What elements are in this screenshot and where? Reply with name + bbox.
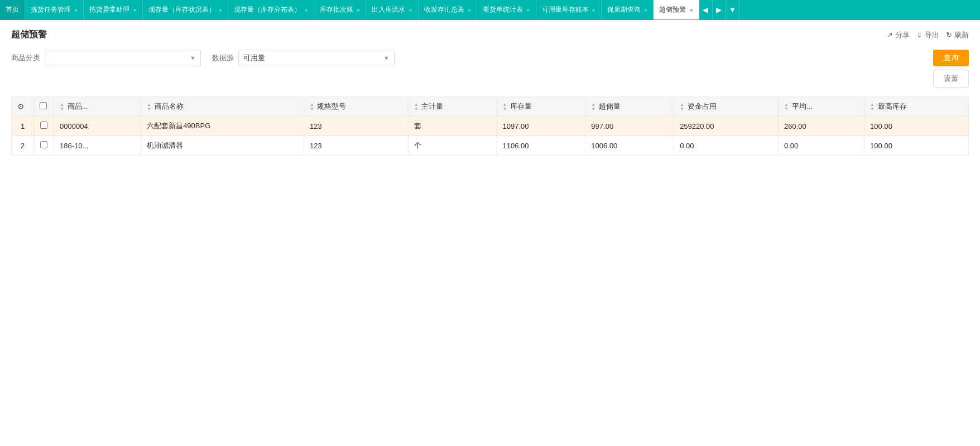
product-name: 六配套新昌490BPG (141, 117, 304, 136)
select-all-checkbox[interactable] (40, 102, 47, 109)
unit: 套 (408, 117, 497, 136)
nav-more-arrow[interactable]: ▼ (726, 0, 739, 20)
nav-tab-shelf-life[interactable]: 保质期查询 × (602, 0, 654, 20)
table-row: 2 186-10... 机油滤清器 123 个 1106.00 1006.00 … (12, 136, 969, 156)
spec: 123 (304, 136, 408, 156)
table-row: 1 0000004 六配套新昌490BPG 123 套 1097.00 997.… (12, 117, 969, 136)
data-table: ⚙ ▲▼ 商品... ▲▼ 商品名称 ▲▼ 规格型号 ▲▼ (11, 96, 969, 156)
col-avg[interactable]: ▲▼ 平均... (778, 97, 864, 117)
close-icon[interactable]: × (304, 7, 308, 13)
avg: 260.00 (778, 117, 864, 136)
over-stock: 1006.00 (585, 136, 674, 156)
sort-icon: ▲▼ (60, 103, 64, 112)
share-icon: ↗ (887, 31, 893, 39)
page-header: 超储预警 ↗ 分享 ⇓ 导出 ↻ 刷新 (11, 29, 969, 41)
header-actions: ↗ 分享 ⇓ 导出 ↻ 刷新 (887, 30, 969, 40)
chevron-down-icon: ▼ (190, 55, 196, 61)
sort-icon: ▲▼ (503, 103, 507, 112)
col-checkbox (34, 97, 54, 117)
close-icon[interactable]: × (689, 7, 693, 13)
nav-next-arrow[interactable]: ▶ (713, 0, 726, 20)
stock: 1097.00 (497, 117, 585, 136)
datasource-label: 数据源 (212, 53, 234, 63)
avg: 0.00 (778, 136, 864, 156)
nav-prev-arrow[interactable]: ◀ (699, 0, 713, 20)
product-name: 机油滤清器 (141, 136, 304, 156)
sort-icon: ▲▼ (784, 103, 789, 112)
sort-icon: ▲▼ (870, 103, 875, 112)
nav-tab-order-stat[interactable]: 要货单统计表 × (477, 0, 536, 20)
close-icon[interactable]: × (357, 7, 360, 13)
nav-tab-inout[interactable]: 出入库流水 × (366, 0, 418, 20)
category-label: 商品分类 (11, 53, 40, 63)
row-number: 1 (12, 117, 34, 136)
filter-buttons: 查询 设置 (933, 50, 969, 88)
settings-button[interactable]: 设置 (933, 70, 969, 88)
filter-group-datasource: 数据源 可用量 ▼ (212, 50, 395, 66)
row-checkbox[interactable] (40, 122, 47, 129)
datasource-select[interactable]: 可用量 ▼ (238, 50, 395, 66)
nav-tab-batch[interactable]: 库存批次账 × (314, 0, 366, 20)
sort-icon: ▲▼ (591, 103, 595, 112)
nav-tab-abnormal[interactable]: 拣货异常处理 × (84, 0, 142, 20)
sort-icon: ▲▼ (680, 103, 684, 112)
over-stock: 997.00 (585, 117, 674, 136)
product-code: 0000004 (54, 117, 141, 136)
capital: 0.00 (674, 136, 779, 156)
query-button[interactable]: 查询 (933, 50, 969, 66)
capital: 259220.00 (674, 117, 779, 136)
close-icon[interactable]: × (468, 7, 471, 13)
sort-icon: ▲▼ (414, 103, 419, 112)
col-max-stock[interactable]: ▲▼ 最高库存 (864, 97, 969, 117)
sort-icon: ▲▼ (310, 103, 314, 112)
row-checkbox[interactable] (40, 141, 47, 148)
col-gear: ⚙ (12, 97, 34, 117)
nav-tab-avail-stock[interactable]: 可用量库存账本 × (536, 0, 602, 20)
table-header-row: ⚙ ▲▼ 商品... ▲▼ 商品名称 ▲▼ 规格型号 ▲▼ (12, 97, 969, 117)
unit: 个 (408, 136, 497, 156)
col-capital[interactable]: ▲▼ 资金占用 (674, 97, 779, 117)
chevron-down-icon: ▼ (383, 55, 390, 61)
close-icon[interactable]: × (592, 7, 595, 13)
filter-group-category: 商品分类 ▼ (11, 50, 201, 66)
row-checkbox-cell (34, 117, 54, 136)
page-content: 超储预警 ↗ 分享 ⇓ 导出 ↻ 刷新 商品分类 (0, 20, 980, 446)
close-icon[interactable]: × (644, 7, 647, 13)
close-icon[interactable]: × (74, 7, 78, 13)
col-overstock[interactable]: ▲▼ 超储量 (585, 97, 674, 117)
top-nav: 首页 拣货任务管理 × 拣货异常处理 × 现存量（库存状况表） × 现存量（库存… (0, 0, 980, 20)
nav-tab-task[interactable]: 拣货任务管理 × (25, 0, 84, 20)
category-select[interactable]: ▼ (45, 50, 201, 66)
nav-tab-summary[interactable]: 收发存汇总表 × (419, 0, 477, 20)
nav-tab-overstock[interactable]: 超储预警 × (654, 0, 699, 20)
close-icon[interactable]: × (409, 7, 412, 13)
nav-tab-stock-dist[interactable]: 现存量（库存分布表） × (228, 0, 314, 20)
col-product-name[interactable]: ▲▼ 商品名称 (141, 97, 304, 117)
row-number: 2 (12, 136, 34, 156)
refresh-icon: ↻ (946, 31, 952, 39)
col-spec[interactable]: ▲▼ 规格型号 (304, 97, 408, 117)
spec: 123 (304, 117, 408, 136)
page-title: 超储预警 (11, 29, 47, 41)
export-icon: ⇓ (916, 31, 923, 39)
max-stock: 100.00 (864, 136, 969, 156)
gear-icon[interactable]: ⚙ (17, 102, 25, 111)
col-stock[interactable]: ▲▼ 库存量 (497, 97, 585, 117)
stock: 1106.00 (497, 136, 585, 156)
product-code: 186-10... (54, 136, 141, 156)
max-stock: 100.00 (864, 117, 969, 136)
row-checkbox-cell (34, 136, 54, 156)
refresh-button[interactable]: ↻ 刷新 (946, 30, 969, 40)
close-icon[interactable]: × (219, 7, 222, 13)
share-button[interactable]: ↗ 分享 (887, 30, 910, 40)
col-product-code[interactable]: ▲▼ 商品... (54, 97, 141, 117)
col-unit[interactable]: ▲▼ 主计量 (408, 97, 497, 117)
nav-tab-home[interactable]: 首页 (0, 0, 25, 20)
sort-icon: ▲▼ (147, 103, 151, 112)
close-icon[interactable]: × (133, 7, 136, 13)
close-icon[interactable]: × (526, 7, 530, 13)
nav-tab-stock-status[interactable]: 现存量（库存状况表） × (143, 0, 228, 20)
filter-row: 商品分类 ▼ 数据源 可用量 ▼ (11, 50, 922, 66)
export-button[interactable]: ⇓ 导出 (916, 30, 939, 40)
